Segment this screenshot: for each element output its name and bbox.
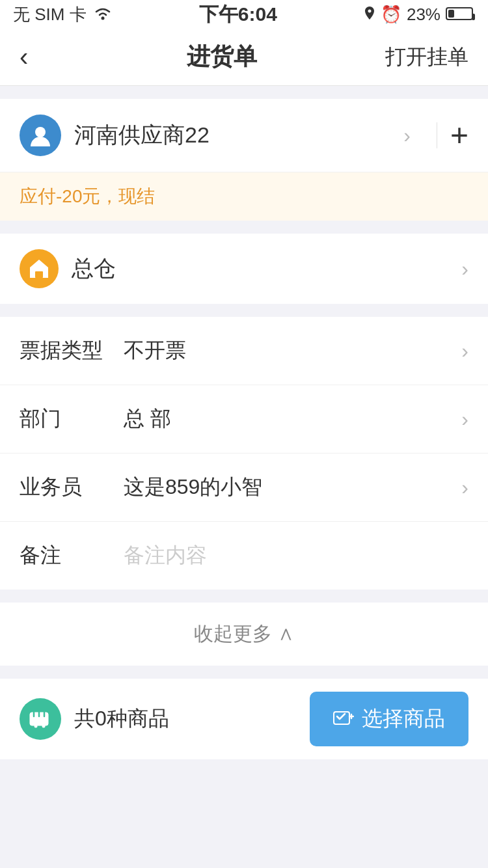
supplier-row[interactable]: 河南供应商22 › + bbox=[0, 99, 488, 172]
supplier-section: 河南供应商22 › + 应付-20元，现结 bbox=[0, 99, 488, 221]
salesperson-label: 业务员 bbox=[20, 473, 111, 502]
product-count-label: 共0种商品 bbox=[74, 705, 310, 733]
remark-input[interactable]: 备注内容 bbox=[111, 541, 468, 570]
salesperson-arrow: › bbox=[461, 476, 468, 500]
supplier-avatar bbox=[20, 115, 61, 156]
product-icon-wrap bbox=[20, 698, 61, 740]
supplier-arrow-icon: › bbox=[403, 124, 411, 148]
form-section: 票据类型 不开票 › 部门 总 部 › 业务员 这是859的小智 › 备注 备注… bbox=[0, 317, 488, 590]
remark-row[interactable]: 备注 备注内容 bbox=[0, 522, 488, 590]
section-divider-2 bbox=[0, 221, 488, 234]
warehouse-label: 总仓 bbox=[72, 254, 461, 284]
svg-point-5 bbox=[42, 725, 46, 728]
open-pending-button[interactable]: 打开挂单 bbox=[385, 43, 468, 72]
select-product-button[interactable]: 选择商品 bbox=[310, 692, 468, 746]
invoice-type-label: 票据类型 bbox=[20, 336, 111, 365]
warehouse-row[interactable]: 总仓 › bbox=[0, 234, 488, 304]
warehouse-icon-wrap bbox=[20, 249, 59, 288]
notice-banner: 应付-20元，现结 bbox=[0, 172, 488, 221]
department-label: 部门 bbox=[20, 405, 111, 433]
section-divider-1 bbox=[0, 86, 488, 99]
remark-label: 备注 bbox=[20, 541, 111, 570]
invoice-type-arrow: › bbox=[461, 339, 468, 363]
back-button[interactable]: ‹ bbox=[20, 42, 59, 72]
status-left: 无 SIM 卡 bbox=[13, 3, 113, 26]
department-arrow: › bbox=[461, 407, 468, 431]
svg-rect-2 bbox=[35, 271, 43, 278]
location-icon bbox=[364, 5, 375, 25]
cart-icon bbox=[29, 709, 52, 729]
salesperson-row[interactable]: 业务员 这是859的小智 › bbox=[0, 454, 488, 522]
invoice-type-row[interactable]: 票据类型 不开票 › bbox=[0, 317, 488, 385]
department-value: 总 部 bbox=[111, 405, 455, 433]
home-icon bbox=[27, 258, 51, 279]
svg-point-1 bbox=[35, 127, 46, 137]
select-product-icon bbox=[333, 710, 354, 728]
invoice-type-value: 不开票 bbox=[111, 336, 455, 365]
add-supplier-button[interactable]: + bbox=[450, 120, 468, 151]
notice-text: 应付-20元，现结 bbox=[20, 186, 155, 206]
collapse-label: 收起更多 ∧ bbox=[194, 623, 293, 644]
supplier-divider bbox=[437, 122, 437, 148]
svg-point-4 bbox=[34, 725, 38, 728]
collapse-button[interactable]: 收起更多 ∧ bbox=[0, 603, 488, 666]
salesperson-value: 这是859的小智 bbox=[111, 473, 455, 502]
battery-percent: 23% bbox=[407, 5, 441, 25]
page-background bbox=[0, 759, 488, 868]
person-icon bbox=[28, 123, 53, 148]
status-bar: 无 SIM 卡 下午6:04 ⏰ 23% bbox=[0, 0, 488, 29]
wifi-icon bbox=[93, 5, 113, 25]
nav-bar: ‹ 进货单 打开挂单 bbox=[0, 29, 488, 86]
status-time: 下午6:04 bbox=[199, 1, 277, 28]
select-product-label: 选择商品 bbox=[362, 705, 445, 733]
warehouse-arrow-icon: › bbox=[461, 257, 468, 281]
page-title: 进货单 bbox=[187, 41, 257, 73]
supplier-name: 河南供应商22 bbox=[74, 120, 403, 150]
svg-point-0 bbox=[101, 16, 104, 20]
status-right: ⏰ 23% bbox=[364, 5, 475, 25]
department-row[interactable]: 部门 总 部 › bbox=[0, 385, 488, 454]
bottom-bar: 共0种商品 选择商品 bbox=[0, 679, 488, 759]
carrier-label: 无 SIM 卡 bbox=[13, 3, 87, 26]
alarm-icon: ⏰ bbox=[381, 5, 401, 25]
battery-icon bbox=[446, 5, 475, 25]
warehouse-section: 总仓 › bbox=[0, 234, 488, 304]
